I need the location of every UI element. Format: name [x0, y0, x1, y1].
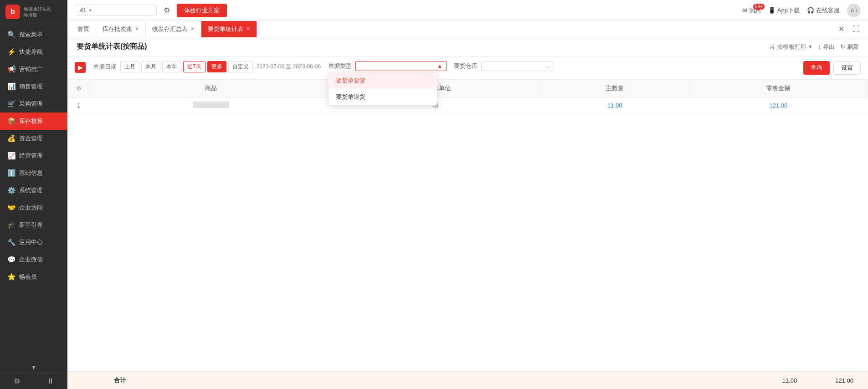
custom-btn[interactable]: 自定义	[228, 61, 253, 72]
sidebar-label-13: 企业微信	[19, 256, 43, 264]
sidebar-item-6[interactable]: 💰 资金管理	[0, 130, 67, 147]
tab-close-3[interactable]: ✕	[246, 26, 250, 32]
tab-2[interactable]: 收发存汇总表✕	[146, 21, 201, 37]
filter-expand-button[interactable]: ▶	[75, 62, 86, 73]
footer-quantity: 11.00	[771, 377, 808, 384]
sidebar-item-10[interactable]: 🤝 企业协同	[0, 199, 67, 216]
sidebar-icon-10: 🤝	[7, 204, 15, 212]
cell-quantity-0[interactable]: 11.00	[540, 97, 689, 113]
online-service-button[interactable]: 🎧 在线客服	[807, 6, 840, 15]
tab-1[interactable]: 库存批次账✕	[96, 21, 146, 37]
sidebar-item-1[interactable]: ⚡ 快捷导航	[0, 43, 67, 61]
sidebar-icon-7: 📈	[7, 152, 15, 160]
collapse-icon[interactable]: ⏸	[47, 377, 54, 385]
table-wrapper: ⚙ 商品 主计量单位 主数量 零售金额 1 块 11.00 121.00	[67, 80, 868, 371]
message-icon: ✉	[742, 7, 747, 14]
sidebar-scroll-down[interactable]: ▼	[0, 363, 67, 373]
page-title: 要货单统计表(按商品)	[77, 42, 147, 51]
table-header-row: ⚙ 商品 主计量单位 主数量 零售金额	[67, 80, 868, 97]
tab-close-2[interactable]: ✕	[190, 26, 195, 32]
curr-year-btn[interactable]: 本年	[162, 61, 181, 72]
export-icon: ↓	[818, 43, 822, 50]
sidebar-item-8[interactable]: ℹ️ 基础信息	[0, 164, 67, 182]
more-btn[interactable]: 更多	[207, 61, 226, 72]
refresh-button[interactable]: ↻ 刷新	[840, 43, 859, 51]
filter-actions: 查询 设置	[803, 61, 861, 75]
topbar-gear-button[interactable]: ⚙	[160, 4, 173, 17]
message-button[interactable]: ✉ 消息 99+	[742, 6, 761, 15]
sidebar-icon-1: ⚡	[7, 48, 15, 56]
cell-product-0	[90, 97, 332, 113]
sidebar-item-3[interactable]: 📊 销售管理	[0, 78, 67, 95]
tab-3[interactable]: 要货单统计表✕	[201, 21, 257, 37]
sidebar-item-0[interactable]: 🔍 搜索菜单	[0, 26, 67, 43]
col-product: 商品	[90, 80, 332, 97]
sidebar-item-4[interactable]: 🛒 采购管理	[0, 95, 67, 113]
sidebar-icon-3: 📊	[7, 82, 15, 91]
sidebar-item-7[interactable]: 📈 经营管理	[0, 147, 67, 164]
type-filter-label: 单据类型	[328, 62, 352, 70]
online-service-label: 在线客服	[816, 6, 840, 15]
col-gear-icon[interactable]: ⚙	[76, 85, 82, 92]
company-name: 41	[80, 7, 86, 14]
sidebar-icon-11: 🎓	[7, 221, 15, 229]
tab-label-1: 库存批次账	[103, 25, 132, 33]
sidebar-item-5[interactable]: 📦 库存核算	[0, 113, 67, 130]
print-button[interactable]: 🖨 按模板打印 ▼	[769, 43, 813, 51]
dropdown-item-0[interactable]: 要货单要货	[329, 72, 437, 89]
trial-button[interactable]: 体验行业方案	[177, 4, 227, 17]
sidebar-icon-13: 💬	[7, 256, 15, 264]
tab-label-0: 首页	[77, 25, 89, 33]
sidebar-icon-2: 📢	[7, 65, 15, 73]
prev-month-btn[interactable]: 上月	[120, 61, 139, 72]
warehouse-selector[interactable]: …	[481, 61, 554, 71]
sidebar-icon-4: 🛒	[7, 100, 15, 108]
sidebar: b 畅捷通好生意 标准版 🔍 搜索菜单 ⚡ 快捷导航 📢 营销推广 📊 销售管理…	[0, 0, 67, 389]
avatar-placeholder: Rit	[851, 8, 857, 13]
print-chevron: ▼	[808, 44, 813, 49]
download-icon: 📱	[768, 7, 776, 14]
curr-month-btn[interactable]: 本月	[141, 61, 160, 72]
settings-icon[interactable]: ⚙	[14, 377, 20, 385]
page-header: 要货单统计表(按商品) 🖨 按模板打印 ▼ ↓ 导出 ↻ 刷新	[67, 37, 868, 56]
sidebar-icon-14: ⭐	[7, 273, 15, 281]
export-button[interactable]: ↓ 导出	[818, 43, 835, 51]
sidebar-item-14[interactable]: ⭐ 畅会员	[0, 268, 67, 286]
sidebar-label-4: 采购管理	[19, 100, 43, 108]
col-quantity: 主数量	[540, 80, 689, 97]
topbar-left: 41 ▼ ⚙ 体验行业方案	[75, 4, 737, 17]
tabbar-controls: ✕ ⛶	[836, 24, 864, 34]
sidebar-label-9: 系统管理	[19, 186, 43, 194]
col-amount: 零售金额	[689, 80, 868, 97]
close-tab-button[interactable]: ✕	[836, 24, 847, 34]
app-download-button[interactable]: 📱 App下载	[768, 6, 800, 15]
type-selector[interactable]: ▲	[355, 61, 447, 71]
type-dropdown: 要货单要货要货单退货	[328, 72, 437, 106]
query-button[interactable]: 查询	[803, 61, 830, 75]
message-badge: 99+	[753, 4, 765, 10]
settings-btn[interactable]: 设置	[833, 61, 861, 75]
up-arrow-icon: ▲	[437, 63, 442, 69]
sidebar-item-2[interactable]: 📢 营销推广	[0, 61, 67, 78]
type-filter-group: 单据类型 ▲ 要货单要货要货单退货	[328, 61, 447, 71]
sidebar-item-13[interactable]: 💬 企业微信	[0, 251, 67, 268]
company-selector[interactable]: 41 ▼	[75, 5, 157, 16]
data-table: ⚙ 商品 主计量单位 主数量 零售金额 1 块 11.00 121.00	[67, 80, 868, 113]
tab-0[interactable]: 首页	[71, 21, 96, 37]
sidebar-item-12[interactable]: 🔧 应用中心	[0, 234, 67, 251]
headset-icon: 🎧	[807, 7, 814, 14]
tab-close-1[interactable]: ✕	[135, 26, 139, 32]
topbar-right: ✉ 消息 99+ 📱 App下载 🎧 在线客服 Rit	[742, 4, 861, 17]
more-icon: …	[544, 63, 550, 69]
sidebar-menu: 🔍 搜索菜单 ⚡ 快捷导航 📢 营销推广 📊 销售管理 🛒 采购管理 📦 库存核…	[0, 24, 67, 363]
sidebar-label-1: 快捷导航	[19, 48, 43, 56]
expand-tab-button[interactable]: ⛶	[850, 24, 863, 34]
user-avatar[interactable]: Rit	[847, 4, 861, 17]
dropdown-item-1[interactable]: 要货单退货	[329, 89, 437, 105]
tabbar: 首页库存批次账✕收发存汇总表✕要货单统计表✕ ✕ ⛶	[67, 21, 868, 37]
cell-amount-0[interactable]: 121.00	[689, 97, 868, 113]
sidebar-icon-9: ⚙️	[7, 186, 15, 194]
sidebar-item-9[interactable]: ⚙️ 系统管理	[0, 182, 67, 199]
sidebar-item-11[interactable]: 🎓 新手引导	[0, 216, 67, 234]
last-7-days-btn[interactable]: 近7天	[183, 61, 205, 72]
